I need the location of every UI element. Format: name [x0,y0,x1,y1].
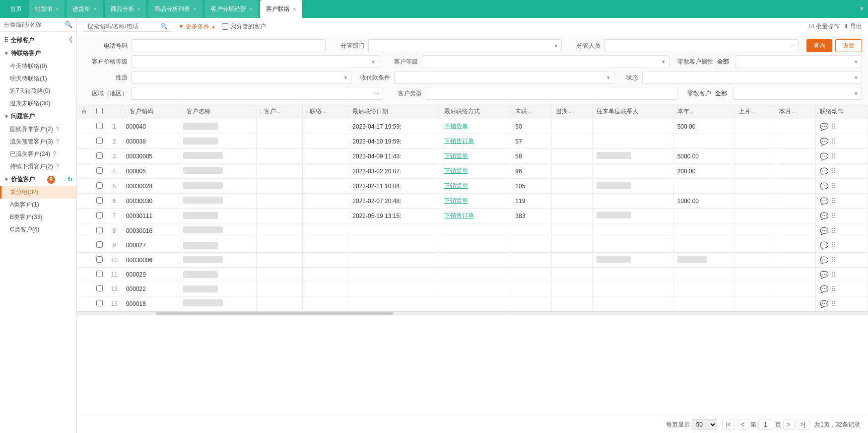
grid-icon[interactable]: ⠿ [831,285,836,293]
page-input[interactable] [758,420,773,430]
col-this-year[interactable]: 本年... [673,104,734,119]
prev-page-btn[interactable]: < [737,420,748,430]
col-contact[interactable]: : 联络... [302,104,348,119]
last-contact-type-link[interactable]: 下销售订单 [444,138,474,144]
row-checkbox[interactable] [96,227,103,233]
message-icon[interactable]: 💬 [820,167,828,175]
phone-input[interactable] [132,39,326,52]
message-icon[interactable]: 💬 [820,256,828,264]
last-contact-type-link[interactable]: 下销货单 [444,123,468,130]
retail-customer-select[interactable]: ▼ [733,87,862,100]
row-checkbox[interactable] [96,256,103,263]
my-customers-checkbox[interactable] [222,23,228,30]
last-contact-type[interactable]: 下销货单 [440,194,511,209]
sidebar-item-class-b[interactable]: B类客户(33) [0,211,76,223]
row-checkbox[interactable] [96,182,103,189]
col-customer-cat[interactable]: : 客户... [256,104,302,119]
window-close-button[interactable]: × [860,4,864,13]
grid-icon[interactable]: ⠿ [831,212,836,220]
row-checkbox[interactable] [96,167,103,174]
last-contact-type[interactable]: 下销售订单 [440,134,511,149]
sidebar-item-abnormal-purchase[interactable]: 固购异常客户(2) ? [0,123,76,136]
sidebar-item-churn-warning[interactable]: 流失预警客户(3) ? [0,136,76,148]
message-icon[interactable]: 💬 [820,241,828,249]
nature-select[interactable]: ▼ [132,71,351,84]
sidebar-item-ungroup[interactable]: 未分组(32) [0,186,76,199]
last-contact-type-link[interactable]: 下销货单 [444,167,468,174]
col-not-contact[interactable]: 未联... [511,104,552,119]
row-checkbox[interactable] [96,300,103,306]
message-icon[interactable]: 💬 [820,271,828,279]
grid-icon[interactable]: ⠿ [831,241,836,249]
tab-customer-contact-close[interactable]: × [293,6,296,12]
query-button[interactable]: 查询 [806,39,832,52]
row-checkbox[interactable] [96,212,103,218]
per-page-select[interactable]: 50 100 200 [692,419,717,430]
message-icon[interactable]: 💬 [820,197,828,205]
row-checkbox[interactable] [96,285,103,291]
last-contact-type[interactable] [440,253,511,268]
last-contact-type[interactable] [440,296,511,311]
col-customer-code[interactable]: : 客户编码 [122,104,179,119]
dept-select[interactable]: ▼ [368,39,562,52]
message-icon[interactable]: 💬 [820,138,828,145]
sidebar-item-class-a[interactable]: A类客户(1) [0,199,76,211]
first-page-btn[interactable]: |< [722,420,735,430]
col-this-month[interactable]: 本月... [775,104,816,119]
last-contact-type[interactable]: 下销售订单 [440,209,511,223]
price-level-select[interactable]: ▼ [132,55,379,68]
grid-icon[interactable]: ⠿ [831,300,836,308]
last-contact-type-link[interactable]: 下销货单 [444,197,468,204]
next-page-btn[interactable]: > [783,420,795,430]
grid-icon[interactable]: ⠿ [831,271,836,279]
tab-product-analysis[interactable]: 商品分析 × [105,0,146,18]
message-icon[interactable]: 💬 [820,212,828,220]
last-contact-type[interactable] [440,282,511,296]
last-page-btn[interactable]: >| [797,420,809,430]
status-select[interactable]: ▼ [642,71,862,84]
grid-icon[interactable]: ⠿ [831,182,836,190]
last-contact-type-link[interactable]: 下销售订单 [444,212,474,219]
message-icon[interactable]: 💬 [820,227,828,235]
last-contact-type[interactable]: 下销货单 [440,179,511,194]
sidebar-group-pending-contact[interactable]: ▼ 待联络客户 [0,47,76,60]
tab-purchase-close[interactable]: × [93,6,96,12]
col-customer-name[interactable]: : 客户名称 [179,104,257,119]
sidebar-item-class-c[interactable]: C类客户(6) [0,223,76,236]
tab-product-list-close[interactable]: × [193,6,196,12]
sidebar-search-icon[interactable]: 🔍 [65,21,72,28]
row-checkbox[interactable] [96,138,103,144]
scrollbar-thumb[interactable] [156,312,393,315]
col-unit-contact[interactable]: 往来单位联系人 [593,104,673,119]
sidebar-item-today-pending[interactable]: 今天待联络(0) [0,60,76,72]
sidebar-item-declining[interactable]: 持续下滑客户(2) ? [0,160,76,173]
col-overdue[interactable]: 逾期... [552,104,593,119]
grid-icon[interactable]: ⠿ [831,152,836,160]
tab-customer-segment[interactable]: 客户分层经营 × [204,0,258,18]
horizontal-scrollbar[interactable] [77,311,868,315]
sidebar-search-input[interactable] [4,21,63,28]
message-icon[interactable]: 💬 [820,285,828,293]
grid-icon[interactable]: ⠿ [831,138,836,145]
last-contact-type[interactable] [440,268,511,282]
last-contact-type[interactable]: 下销货单 [440,164,511,179]
value-customers-refresh[interactable]: ↻ [67,176,72,183]
row-checkbox[interactable] [96,123,103,129]
last-contact-type-link[interactable]: 下销货单 [444,152,468,159]
message-icon[interactable]: 💬 [820,182,828,190]
tab-home[interactable]: 首页 [4,0,28,18]
row-checkbox[interactable] [96,152,103,159]
sidebar-item-tomorrow-pending[interactable]: 明天待联络(1) [0,72,76,85]
tab-purchase[interactable]: 进货单 × [67,0,102,18]
reset-button[interactable]: 设置 [835,39,862,52]
last-contact-type-link[interactable]: 下销货单 [444,182,468,189]
customer-level-select[interactable]: ▼ [422,55,669,68]
tab-sales[interactable]: 销货单 × [29,0,65,18]
retail-attr-select[interactable]: ▼ [735,55,862,68]
row-checkbox[interactable] [96,197,103,204]
col-last-month[interactable]: 上月... [734,104,775,119]
row-checkbox[interactable] [96,241,103,248]
tab-sales-close[interactable]: × [56,6,59,12]
sidebar-collapse-icon[interactable]: 《 [66,36,72,45]
filter-more-btn[interactable]: ▼ 更多条件 ▲ [178,22,216,31]
